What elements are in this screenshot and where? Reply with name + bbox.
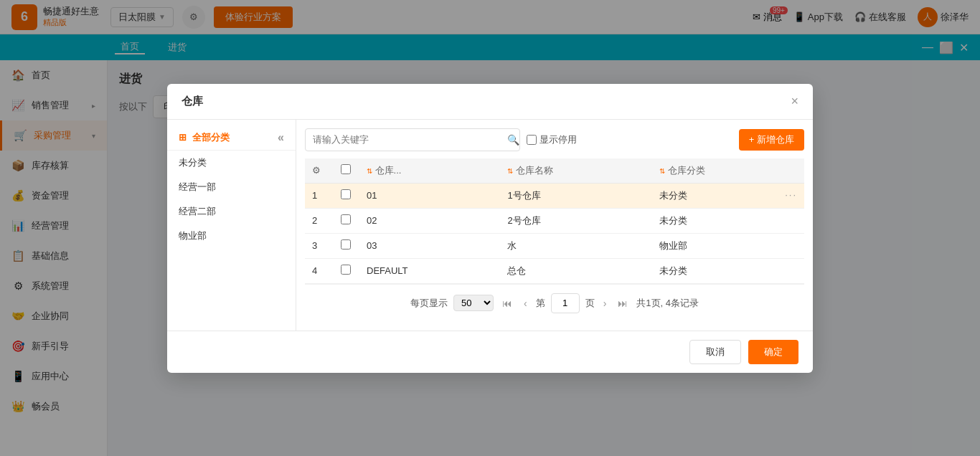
row-category: 未分类 — [652, 208, 804, 233]
pagination: 每页显示 50 100 200 ⏮ ‹ 第 页 › ⏭ 共1页, 4条记录 — [305, 284, 804, 322]
table-row[interactable]: 1 01 1号仓库 未分类 ··· — [305, 183, 804, 208]
sort-icon-cat: ⇅ — [659, 167, 665, 175]
row-name: 总仓 — [500, 258, 652, 283]
add-warehouse-button[interactable]: + 新增仓库 — [739, 129, 804, 151]
warehouse-table: ⚙ ⇅ 仓库... ⇅ 仓库名称 — [305, 158, 804, 284]
last-page-button[interactable]: ⏭ — [615, 298, 631, 309]
row-name: 1号仓库 — [500, 183, 652, 208]
page-unit: 页 — [585, 297, 595, 310]
show-disabled-toggle[interactable]: 显示停用 — [527, 133, 577, 146]
table-body: 1 01 1号仓库 未分类 ··· 2 0 — [305, 183, 804, 283]
category-header: ⊞ 全部分类 « — [167, 125, 296, 151]
row-checkbox[interactable] — [341, 214, 351, 224]
cancel-button[interactable]: 取消 — [689, 340, 741, 364]
per-page-label: 每页显示 — [410, 297, 448, 310]
modal-body: ⊞ 全部分类 « 未分类 经营一部 经营二部 物业部 🔍 显示停用 — [167, 120, 813, 331]
row-checkbox[interactable] — [341, 189, 351, 199]
table-head: ⚙ ⇅ 仓库... ⇅ 仓库名称 — [305, 158, 804, 184]
th-category[interactable]: ⇅ 仓库分类 — [652, 158, 804, 184]
warehouse-modal: 仓库 × ⊞ 全部分类 « 未分类 经营一部 经营二部 物业部 — [167, 84, 813, 373]
next-page-button[interactable]: › — [600, 298, 610, 309]
table-toolbar: 🔍 显示停用 + 新增仓库 — [305, 128, 804, 151]
prev-page-button[interactable]: ‹ — [521, 298, 530, 309]
row-checkbox[interactable] — [341, 239, 351, 250]
category-item-ops2[interactable]: 经营二部 — [167, 199, 296, 224]
th-gear[interactable]: ⚙ — [305, 158, 334, 184]
per-page-select[interactable]: 50 100 200 — [453, 295, 494, 311]
row-checkbox[interactable] — [341, 265, 351, 275]
page-label: 第 — [536, 297, 545, 310]
grid-icon: ⊞ — [179, 132, 187, 143]
config-icon: ⚙ — [312, 165, 321, 176]
search-button[interactable]: 🔍 — [507, 134, 519, 146]
row-actions-menu[interactable]: ··· — [785, 189, 797, 200]
search-input[interactable] — [305, 128, 520, 151]
show-disabled-label: 显示停用 — [540, 133, 577, 146]
row-cb — [334, 233, 359, 258]
category-item-property[interactable]: 物业部 — [167, 224, 296, 248]
modal-footer: 取消 确定 — [167, 331, 813, 373]
row-code: 03 — [359, 233, 500, 258]
row-cb — [334, 258, 359, 283]
page-number-input[interactable] — [551, 293, 580, 313]
category-all-label[interactable]: 全部分类 — [192, 131, 230, 144]
total-records: 共1页, 4条记录 — [636, 297, 699, 310]
table-panel: 🔍 显示停用 + 新增仓库 ⚙ — [296, 120, 813, 331]
th-code[interactable]: ⇅ 仓库... — [359, 158, 500, 184]
table-row[interactable]: 3 03 水 物业部 — [305, 233, 804, 258]
category-item-unclassified[interactable]: 未分类 — [167, 151, 296, 175]
select-all-checkbox[interactable] — [341, 164, 351, 174]
modal-close-button[interactable]: × — [791, 94, 798, 109]
row-no: 1 — [305, 183, 334, 208]
sort-icon-name: ⇅ — [507, 167, 513, 175]
category-panel: ⊞ 全部分类 « 未分类 经营一部 经营二部 物业部 — [167, 120, 296, 331]
modal-overlay: 仓库 × ⊞ 全部分类 « 未分类 经营一部 经营二部 物业部 — [0, 0, 980, 456]
category-item-ops1[interactable]: 经营一部 — [167, 175, 296, 199]
table-row[interactable]: 2 02 2号仓库 未分类 — [305, 208, 804, 233]
row-category: 物业部 — [652, 233, 804, 258]
th-name[interactable]: ⇅ 仓库名称 — [500, 158, 652, 184]
category-collapse-button[interactable]: « — [278, 131, 284, 144]
row-cb — [334, 183, 359, 208]
show-disabled-checkbox[interactable] — [527, 135, 537, 145]
table-container: ⚙ ⇅ 仓库... ⇅ 仓库名称 — [305, 158, 804, 284]
modal-title: 仓库 — [182, 95, 203, 108]
first-page-button[interactable]: ⏮ — [499, 298, 515, 309]
row-no: 3 — [305, 233, 334, 258]
row-cb — [334, 208, 359, 233]
confirm-button[interactable]: 确定 — [748, 340, 798, 364]
sort-icon: ⇅ — [367, 167, 372, 175]
row-code: 02 — [359, 208, 500, 233]
modal-header: 仓库 × — [167, 84, 813, 120]
row-category: 未分类 ··· — [652, 183, 804, 208]
row-no: 2 — [305, 208, 334, 233]
row-name: 2号仓库 — [500, 208, 652, 233]
table-row[interactable]: 4 DEFAULT 总仓 未分类 — [305, 258, 804, 283]
row-no: 4 — [305, 258, 334, 283]
table-header-row: ⚙ ⇅ 仓库... ⇅ 仓库名称 — [305, 158, 804, 184]
row-code: DEFAULT — [359, 258, 500, 283]
row-category: 未分类 — [652, 258, 804, 283]
row-name: 水 — [500, 233, 652, 258]
th-checkbox — [334, 158, 359, 184]
row-code: 01 — [359, 183, 500, 208]
